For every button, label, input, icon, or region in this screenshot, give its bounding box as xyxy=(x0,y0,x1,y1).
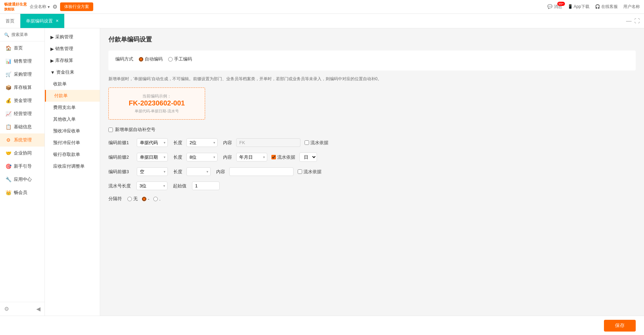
sub-arrow-fund: ▼ xyxy=(50,70,55,75)
sidebar-item-member[interactable]: 👑 畅会员 xyxy=(0,186,45,199)
collapse-icon[interactable]: ◀ xyxy=(36,306,40,312)
topbar-right: 💬 消息 99+ 📱 App下载 🎧 在线客服 用户名称 xyxy=(547,4,640,10)
sidebar-item-apps[interactable]: 🔧 应用中心 xyxy=(0,173,45,186)
sidebar-item-home[interactable]: 🏠 首页 xyxy=(0,41,45,55)
sub-group-purchase[interactable]: ▶ 采购管理 xyxy=(45,31,100,43)
start-value-input[interactable] xyxy=(192,182,220,190)
encoding-method-row: 编码方式 自动编码 手工编码 xyxy=(115,56,629,62)
serial-checkbox-2[interactable] xyxy=(271,155,276,159)
sidebar-item-purchase[interactable]: 🛒 采购管理 xyxy=(0,68,45,81)
settings-bottom-icon[interactable]: ⚙ xyxy=(4,306,9,312)
prefix-select-2-input[interactable]: 单据代码 单据日期 空 xyxy=(140,155,165,160)
app-download[interactable]: 📱 App下载 xyxy=(568,4,589,10)
main: 🔍 搜索菜单 🏠 首页 📊 销售管理 🛒 采购管理 📦 库存核算 💰 资金管理 … xyxy=(0,28,644,316)
sub-group-fund[interactable]: ▼ 资金往来 xyxy=(45,66,100,78)
length-select-2-input[interactable]: 2位 4位 6位 8位 xyxy=(190,155,214,160)
sub-group-sales[interactable]: ▶ 销售管理 xyxy=(45,43,100,55)
content-select-2[interactable]: 年月日 年月 年 xyxy=(236,153,267,161)
sep-dot[interactable]: . xyxy=(153,196,161,202)
auto-code-radio[interactable] xyxy=(139,57,143,62)
dropdown-arrow-icon: ▾ xyxy=(48,4,50,9)
manual-code-option[interactable]: 手工编码 xyxy=(168,56,192,62)
sep-dot-radio[interactable] xyxy=(153,197,158,201)
sep-none-radio[interactable] xyxy=(127,197,132,201)
start-value-label: 起始值 xyxy=(173,183,186,189)
tab-home[interactable]: 首页 xyxy=(0,14,20,28)
length-select-1-input[interactable]: 2位 4位 xyxy=(190,140,214,145)
length-select-2[interactable]: 2位 4位 6位 8位 xyxy=(186,153,218,161)
serial-length-select[interactable]: 2位 3位 4位 xyxy=(136,182,167,190)
message-icon[interactable]: 💬 消息 99+ xyxy=(547,4,562,10)
prefix-select-3-input[interactable]: 单据代码 单据日期 空 xyxy=(140,169,165,174)
tab-encoding[interactable]: 单据编码设置 ✕ xyxy=(20,14,65,28)
prefix-select-3[interactable]: 单据代码 单据日期 空 xyxy=(137,167,168,176)
prefix-label-3: 编码前缀3 xyxy=(108,169,133,175)
sub-item-prepay[interactable]: 预付冲应付单 xyxy=(45,137,100,149)
left-sidebar: 🔍 搜索菜单 🏠 首页 📊 销售管理 🛒 采购管理 📦 库存核算 💰 资金管理 … xyxy=(0,28,45,316)
auto-code-option[interactable]: 自动编码 xyxy=(139,56,163,62)
purchase-icon: 🛒 xyxy=(6,72,11,77)
search-menu[interactable]: 🔍 搜索菜单 xyxy=(0,28,45,41)
content-input-3[interactable] xyxy=(229,167,294,176)
sep-dash[interactable]: - xyxy=(142,196,149,202)
sub-item-receipt[interactable]: 收款单 xyxy=(45,78,100,90)
prefix-select-1[interactable]: 单据代码 单据日期 空 部门 业务员 xyxy=(137,138,168,147)
sub-item-bank[interactable]: 银行存取款单 xyxy=(45,149,100,160)
manual-code-radio[interactable] xyxy=(168,57,173,62)
serial-checkbox-1[interactable] xyxy=(305,140,309,145)
auto-code-label: 自动编码 xyxy=(145,56,163,62)
sidebar-item-partner[interactable]: 🤝 企业协同 xyxy=(0,147,45,160)
serial-checkbox-3[interactable] xyxy=(298,169,302,174)
user-avatar[interactable]: 用户名称 xyxy=(623,4,640,10)
trial-button[interactable]: 体验行业方案 xyxy=(60,2,93,11)
content-area: 付款单编码设置 编码方式 自动编码 手工编码 新增单据时，'单据编码'自动生成， xyxy=(100,28,644,316)
fund-icon: 💰 xyxy=(6,98,11,103)
sep-dash-radio[interactable] xyxy=(142,197,146,201)
length-select-3-input[interactable] xyxy=(190,169,208,174)
content-select-2-input[interactable]: 年月日 年月 年 xyxy=(239,155,264,160)
maximize-icon[interactable]: ⛶ xyxy=(634,18,640,24)
member-icon: 👑 xyxy=(6,190,11,195)
length-select-3[interactable] xyxy=(186,167,211,176)
message-badge: 99+ xyxy=(557,2,565,6)
tabbar: 首页 单据编码设置 ✕ — ⛶ xyxy=(0,14,644,28)
sep-none[interactable]: 无 xyxy=(127,196,138,202)
auto-fill-checkbox[interactable] xyxy=(108,128,113,132)
company-name: 企业名称 xyxy=(30,4,46,10)
sidebar-item-sales[interactable]: 📊 销售管理 xyxy=(0,55,45,68)
operation-icon: 📈 xyxy=(6,111,11,117)
sidebar-item-fund[interactable]: 💰 资金管理 xyxy=(0,94,45,107)
online-service[interactable]: 🎧 在线客服 xyxy=(595,4,618,10)
prefix-select-2[interactable]: 单据代码 单据日期 空 xyxy=(137,153,168,161)
sub-item-expense[interactable]: 费用支出单 xyxy=(45,102,100,113)
prefix-select-1-input[interactable]: 单据代码 单据日期 空 部门 业务员 xyxy=(140,140,165,145)
config-row-2: 编码前缀2 单据代码 单据日期 空 长度 2位 4位 6位 8位 内容 xyxy=(108,152,636,162)
sidebar-item-basic[interactable]: 📋 基础信息 xyxy=(0,120,45,133)
sidebar-item-system[interactable]: ⚙ 系统管理 xyxy=(0,133,45,147)
serial-length-label: 流水号长度 xyxy=(108,183,131,189)
sidebar-item-inventory[interactable]: 📦 库存核算 xyxy=(0,81,45,94)
apps-icon: 🔧 xyxy=(6,177,11,182)
serial-unit-select[interactable]: 日 月 年 xyxy=(299,152,317,162)
serial-basis-2: 流水依据 xyxy=(271,154,295,160)
preview-label: 当前编码示例： xyxy=(116,93,198,99)
auto-fill-label: 新增单据自动补空号 xyxy=(115,127,155,133)
save-button[interactable]: 保存 xyxy=(604,320,636,332)
sub-item-prereceive[interactable]: 预收冲应收单 xyxy=(45,125,100,137)
content-label-2: 内容 xyxy=(223,154,232,160)
serial-length-select-input[interactable]: 2位 3位 4位 xyxy=(140,183,164,188)
settings-icon[interactable]: ⚙ xyxy=(52,3,57,10)
inventory-icon: 📦 xyxy=(6,85,11,90)
sub-group-inventory[interactable]: ▶ 库存核算 xyxy=(45,55,100,66)
tab-close-icon[interactable]: ✕ xyxy=(56,19,59,23)
sidebar-item-guide[interactable]: 🎯 新手引导 xyxy=(0,160,45,173)
minimize-icon[interactable]: — xyxy=(626,18,632,24)
topbar-left: 畅捷通好生意 旗舰版 企业名称 ▾ ⚙ 体验行业方案 xyxy=(4,2,93,12)
length-select-1[interactable]: 2位 4位 xyxy=(186,138,218,147)
sub-item-income[interactable]: 其他收入单 xyxy=(45,113,100,125)
sub-item-adjust[interactable]: 应收应付调整单 xyxy=(45,160,100,172)
company-dropdown[interactable]: 企业名称 ▾ xyxy=(30,4,50,10)
sub-item-payment[interactable]: 付款单 xyxy=(45,90,100,102)
config-row-1: 编码前缀1 单据代码 单据日期 空 部门 业务员 长度 2位 4位 内容 xyxy=(108,138,636,147)
sidebar-item-operation[interactable]: 📈 经营管理 xyxy=(0,107,45,120)
